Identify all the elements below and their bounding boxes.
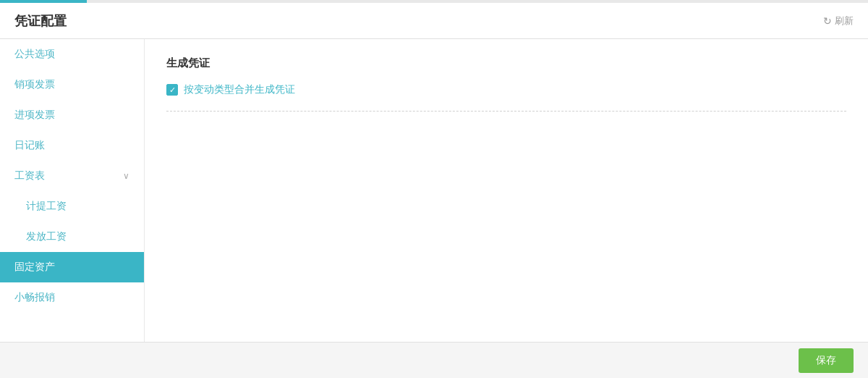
refresh-label: 刷新	[835, 14, 854, 28]
divider	[166, 111, 846, 112]
sidebar-label-commission: 计提工资	[26, 200, 67, 213]
checkbox-row: 按变动类型合并生成凭证	[166, 83, 846, 96]
refresh-icon: ↻	[823, 15, 832, 27]
refresh-button[interactable]: ↻ 刷新	[823, 14, 854, 28]
content-area: 生成凭证 按变动类型合并生成凭证	[145, 39, 868, 342]
main-layout: 公共选项销项发票进项发票日记账工资表∨计提工资发放工资固定资产小畅报销 生成凭证…	[0, 39, 868, 342]
top-tab-bar	[0, 0, 868, 3]
checkbox-label[interactable]: 按变动类型合并生成凭证	[184, 83, 295, 96]
page-title: 凭证配置	[14, 12, 67, 30]
page-footer: 保存	[0, 342, 868, 378]
sidebar-item-commission[interactable]: 计提工资	[0, 191, 144, 222]
sidebar-label-public: 公共选项	[14, 48, 55, 61]
sidebar-item-payroll[interactable]: 工资表∨	[0, 161, 144, 191]
sidebar-label-distribute: 发放工资	[26, 230, 67, 243]
sidebar-item-purchase-invoice[interactable]: 进项发票	[0, 100, 144, 130]
merge-checkbox[interactable]	[166, 84, 178, 96]
sidebar-item-sales-invoice[interactable]: 销项发票	[0, 70, 144, 100]
sidebar-label-sales-invoice: 销项发票	[14, 78, 55, 91]
sidebar-item-journal[interactable]: 日记账	[0, 130, 144, 161]
sidebar-item-public[interactable]: 公共选项	[0, 39, 144, 70]
sidebar-label-payroll: 工资表	[14, 169, 45, 182]
page-header: 凭证配置 ↻ 刷新	[0, 3, 868, 39]
sidebar-item-expense[interactable]: 小畅报销	[0, 282, 144, 313]
sidebar-item-distribute[interactable]: 发放工资	[0, 222, 144, 252]
section-title: 生成凭证	[166, 56, 846, 70]
sidebar-item-fixed-assets[interactable]: 固定资产	[0, 252, 144, 282]
sidebar-label-journal: 日记账	[14, 139, 45, 152]
sidebar: 公共选项销项发票进项发票日记账工资表∨计提工资发放工资固定资产小畅报销	[0, 39, 145, 342]
sidebar-label-fixed-assets: 固定资产	[14, 261, 55, 274]
sidebar-label-purchase-invoice: 进项发票	[14, 109, 55, 122]
sidebar-label-expense: 小畅报销	[14, 291, 55, 304]
save-button[interactable]: 保存	[799, 348, 854, 373]
chevron-down-icon: ∨	[123, 171, 129, 181]
